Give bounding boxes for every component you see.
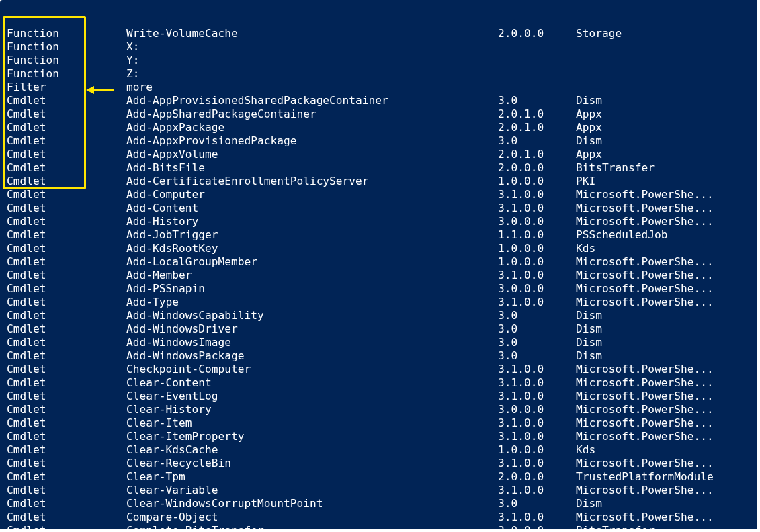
command-name-cell: Clear-Variable bbox=[126, 484, 498, 497]
command-type-cell: Cmdlet bbox=[7, 134, 126, 148]
command-type-cell: Function bbox=[7, 27, 126, 40]
version-cell: 3.1.0.0 bbox=[498, 390, 576, 403]
version-cell: 3.0 bbox=[498, 322, 576, 336]
command-type-cell: Cmdlet bbox=[7, 430, 126, 443]
table-row: CmdletClear-KdsCache1.0.0.0Kds bbox=[7, 443, 751, 457]
table-row: CmdletAdd-JobTrigger1.1.0.0PSScheduledJo… bbox=[7, 228, 751, 242]
command-type-cell: Cmdlet bbox=[7, 390, 126, 403]
command-type-cell: Cmdlet bbox=[7, 403, 126, 416]
source-cell: PKI bbox=[576, 175, 595, 188]
command-type-cell: Cmdlet bbox=[7, 511, 126, 524]
command-type-cell: Filter bbox=[7, 81, 126, 94]
command-type-cell: Cmdlet bbox=[7, 282, 126, 296]
version-cell: 3.1.0.0 bbox=[498, 416, 576, 430]
version-cell: 3.0 bbox=[498, 309, 576, 322]
command-type-cell: Cmdlet bbox=[7, 484, 126, 497]
table-row: CmdletAdd-WindowsCapability3.0Dism bbox=[7, 309, 751, 322]
version-cell: 3.1.0.0 bbox=[498, 188, 576, 202]
table-row: CmdletAdd-PSSnapin3.0.0.0Microsoft.Power… bbox=[7, 282, 751, 296]
command-type-cell: Cmdlet bbox=[7, 94, 126, 107]
command-type-cell: Cmdlet bbox=[7, 443, 126, 457]
command-type-cell: Cmdlet bbox=[7, 161, 126, 175]
table-row: CmdletClear-Tpm2.0.0.0TrustedPlatformMod… bbox=[7, 470, 751, 484]
table-row: CmdletAdd-Content3.1.0.0Microsoft.PowerS… bbox=[7, 202, 751, 215]
version-cell: 2.0.1.0 bbox=[498, 107, 576, 121]
command-name-cell: Add-AppxPackage bbox=[126, 121, 498, 134]
version-cell: 3.1.0.0 bbox=[498, 430, 576, 443]
source-cell: BitsTransfer bbox=[576, 524, 655, 529]
table-row: FunctionZ: bbox=[7, 67, 751, 81]
version-cell: 1.0.0.0 bbox=[498, 443, 576, 457]
table-row: CmdletAdd-LocalGroupMember1.0.0.0Microso… bbox=[7, 255, 751, 269]
command-name-cell: X: bbox=[126, 40, 498, 54]
command-name-cell: Clear-ItemProperty bbox=[126, 430, 498, 443]
version-cell: 1.1.0.0 bbox=[498, 228, 576, 242]
command-type-cell: Cmdlet bbox=[7, 269, 126, 282]
command-type-cell: Function bbox=[7, 40, 126, 54]
source-cell: BitsTransfer bbox=[576, 161, 655, 175]
table-row: CmdletAdd-AppxProvisionedPackage3.0Dism bbox=[7, 134, 751, 148]
version-cell: 3.0 bbox=[498, 349, 576, 363]
command-name-cell: Add-Type bbox=[126, 296, 498, 309]
table-row: CmdletAdd-WindowsImage3.0Dism bbox=[7, 336, 751, 349]
command-name-cell: Clear-WindowsCorruptMountPoint bbox=[126, 497, 498, 511]
table-row: FunctionY: bbox=[7, 54, 751, 67]
command-name-cell: Add-KdsRootKey bbox=[126, 242, 498, 255]
version-cell: 2.0.0.0 bbox=[498, 27, 576, 40]
command-name-cell: Add-BitsFile bbox=[126, 161, 498, 175]
command-name-cell: more bbox=[126, 81, 498, 94]
command-type-cell: Cmdlet bbox=[7, 457, 126, 470]
command-name-cell: Add-AppSharedPackageContainer bbox=[126, 107, 498, 121]
source-cell: Microsoft.PowerShe... bbox=[576, 484, 714, 497]
source-cell: Dism bbox=[576, 322, 602, 336]
command-name-cell: Add-PSSnapin bbox=[126, 282, 498, 296]
command-type-cell: Cmdlet bbox=[7, 416, 126, 430]
table-row: CmdletClear-Item3.1.0.0Microsoft.PowerSh… bbox=[7, 416, 751, 430]
command-type-cell: Cmdlet bbox=[7, 107, 126, 121]
table-row: CmdletAdd-WindowsPackage3.0Dism bbox=[7, 349, 751, 363]
command-output-table: FunctionWrite-VolumeCache2.0.0.0StorageF… bbox=[7, 27, 751, 529]
command-type-cell: Cmdlet bbox=[7, 363, 126, 376]
command-type-cell: Function bbox=[7, 54, 126, 67]
table-row: CmdletAdd-KdsRootKey1.0.0.0Kds bbox=[7, 242, 751, 255]
table-row: CmdletCompare-Object3.1.0.0Microsoft.Pow… bbox=[7, 511, 751, 524]
command-name-cell: Add-WindowsCapability bbox=[126, 309, 498, 322]
source-cell: Microsoft.PowerShe... bbox=[576, 255, 714, 269]
command-type-cell: Cmdlet bbox=[7, 202, 126, 215]
version-cell: 3.0 bbox=[498, 336, 576, 349]
table-row: CmdletAdd-BitsFile2.0.0.0BitsTransfer bbox=[7, 161, 751, 175]
table-row: CmdletCheckpoint-Computer3.1.0.0Microsof… bbox=[7, 363, 751, 376]
command-type-cell: Cmdlet bbox=[7, 309, 126, 322]
source-cell: Dism bbox=[576, 336, 602, 349]
command-name-cell: Add-AppProvisionedSharedPackageContainer bbox=[126, 94, 498, 107]
version-cell: 3.1.0.0 bbox=[498, 363, 576, 376]
version-cell: 3.0 bbox=[498, 497, 576, 511]
powershell-terminal[interactable]: FunctionWrite-VolumeCache2.0.0.0StorageF… bbox=[0, 0, 757, 529]
version-cell: 2.0.0.0 bbox=[498, 161, 576, 175]
command-type-cell: Cmdlet bbox=[7, 470, 126, 484]
command-name-cell: Clear-History bbox=[126, 403, 498, 416]
command-name-cell: Add-Content bbox=[126, 202, 498, 215]
command-type-cell: Cmdlet bbox=[7, 242, 126, 255]
source-cell: Microsoft.PowerShe... bbox=[576, 457, 714, 470]
source-cell: Dism bbox=[576, 94, 602, 107]
command-type-cell: Cmdlet bbox=[7, 215, 126, 228]
version-cell: 1.0.0.0 bbox=[498, 175, 576, 188]
command-name-cell: Add-WindowsImage bbox=[126, 336, 498, 349]
table-row: CmdletClear-WindowsCorruptMountPoint3.0D… bbox=[7, 497, 751, 511]
command-name-cell: Add-Computer bbox=[126, 188, 498, 202]
table-row: CmdletClear-Content3.1.0.0Microsoft.Powe… bbox=[7, 376, 751, 390]
table-row: CmdletClear-EventLog3.1.0.0Microsoft.Pow… bbox=[7, 390, 751, 403]
command-name-cell: Clear-Content bbox=[126, 376, 498, 390]
command-name-cell: Add-LocalGroupMember bbox=[126, 255, 498, 269]
command-name-cell: Add-AppxVolume bbox=[126, 148, 498, 161]
command-type-cell: Cmdlet bbox=[7, 121, 126, 134]
table-row: CmdletAdd-WindowsDriver3.0Dism bbox=[7, 322, 751, 336]
version-cell: 1.0.0.0 bbox=[498, 242, 576, 255]
command-name-cell: Add-JobTrigger bbox=[126, 228, 498, 242]
command-type-cell: Cmdlet bbox=[7, 148, 126, 161]
source-cell: Microsoft.PowerShe... bbox=[576, 202, 714, 215]
source-cell: Microsoft.PowerShe... bbox=[576, 215, 714, 228]
command-name-cell: Add-WindowsPackage bbox=[126, 349, 498, 363]
table-row: Filtermore bbox=[7, 81, 751, 94]
